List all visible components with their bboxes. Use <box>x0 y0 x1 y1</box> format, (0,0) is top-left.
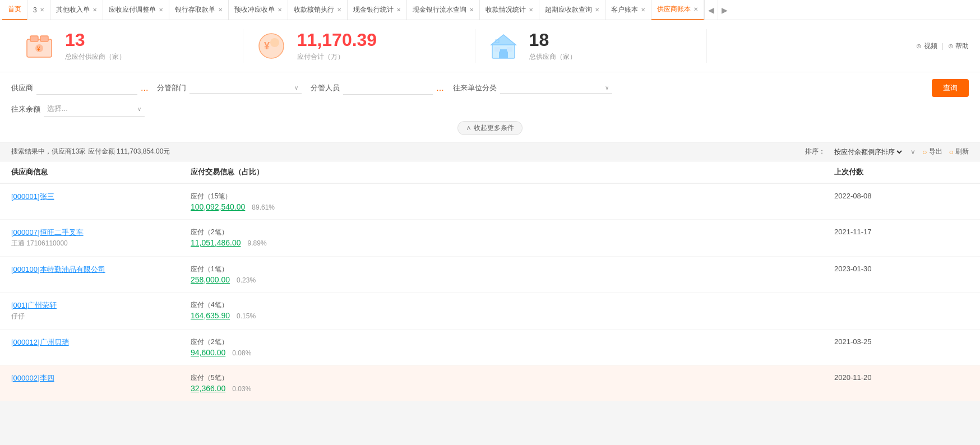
export-button[interactable]: ○ 导出 <box>922 147 942 156</box>
unit-select[interactable]: ∨ <box>500 82 612 94</box>
payable-amount-0[interactable]: 100,092,540.00 <box>191 202 245 211</box>
top-right-links: ⊙ 视频 | ⊙ 帮助 <box>916 41 969 51</box>
close-tab-supplier-book[interactable]: ✕ <box>694 6 698 12</box>
nav-tab-receipt-stat[interactable]: 收款情况统计 ✕ <box>480 0 539 20</box>
payable-label-0: 应付（15笔） <box>191 192 834 201</box>
svg-point-7 <box>270 38 279 47</box>
close-tab-other-income[interactable]: ✕ <box>93 7 97 13</box>
nav-tab-ar-ap-adjust[interactable]: 应收应付调整单 ✕ <box>103 0 169 20</box>
nav-tab-cash-bank-stat[interactable]: 现金银行统计 ✕ <box>348 0 407 20</box>
supplier-link-0[interactable]: [000001]张三 <box>11 192 54 201</box>
sort-arrow-icon: ∨ <box>910 148 916 156</box>
card-content-total-suppliers: 18 总供应商（家） <box>529 30 576 62</box>
payable-amount-1[interactable]: 11,051,486.00 <box>191 238 241 247</box>
svg-rect-12 <box>507 47 512 52</box>
svg-rect-1 <box>30 36 38 41</box>
search-button[interactable]: 查询 <box>932 79 969 97</box>
nav-tab-customer-book[interactable]: 客户账本 ✕ <box>605 0 651 20</box>
balance-select[interactable]: 选择... ∨ <box>44 101 145 117</box>
payable-amount-4[interactable]: 94,600.00 <box>191 348 225 357</box>
total-suppliers-label: 总供应商（家） <box>529 52 576 62</box>
payable-cell-1: 应付（2笔） 11,051,486.00 9.89% <box>191 228 834 247</box>
last-pay-date-0: 2022-08-08 <box>834 192 872 200</box>
close-tab-overdue-ar[interactable]: ✕ <box>595 7 599 13</box>
supplier-link-4[interactable]: [000012]广州贝瑞 <box>11 338 69 346</box>
person-dots-btn[interactable]: ... <box>436 83 443 93</box>
store-card-icon <box>487 29 520 63</box>
supplier-sub-3: 仔仔 <box>11 312 191 321</box>
col-header-lastpay: 上次付数 <box>834 167 946 177</box>
nav-arrow-left[interactable]: ◀ <box>704 0 718 20</box>
close-tab-bank-deposit[interactable]: ✕ <box>218 7 223 13</box>
dept-select[interactable]: ∨ <box>189 82 302 94</box>
payable-row-4: 94,600.00 0.08% <box>191 348 834 357</box>
payable-amount-5[interactable]: 32,366.00 <box>191 384 225 393</box>
supplier-link-3[interactable]: [001]广州荣轩 <box>11 301 57 309</box>
card-content-total-payable: 11,170.39 应付合计（万） <box>297 30 377 62</box>
supplier-input[interactable] <box>36 81 137 95</box>
top-navigation: 首页 3 ✕ 其他收入单 ✕ 应收应付调整单 ✕ 银行存取款单 ✕ 预收冲应收单… <box>0 0 980 20</box>
video-link[interactable]: ⊙ 视频 <box>916 41 937 51</box>
payable-row-5: 32,366.00 0.03% <box>191 384 834 393</box>
svg-point-5 <box>259 34 284 58</box>
supplier-cell-4: [000012]广州贝瑞 <box>11 337 191 349</box>
payable-amount-2[interactable]: 258,000.00 <box>191 275 230 284</box>
summary-card-total-suppliers: 18 总供应商（家） <box>475 29 708 63</box>
payable-percent-3: 0.15% <box>237 312 256 320</box>
table-header: 供应商信息 应付交易信息（占比） 上次付数 <box>0 161 980 184</box>
close-tab-cash-bank-query[interactable]: ✕ <box>469 7 474 13</box>
filter-balance: 往来余额 选择... ∨ <box>11 101 145 117</box>
supplier-label: 供应商 <box>11 83 33 93</box>
nav-tab-other-income[interactable]: 其他收入单 ✕ <box>50 0 103 20</box>
close-tab-cash-bank-stat[interactable]: ✕ <box>396 7 401 13</box>
nav-arrow-right[interactable]: ▶ <box>718 0 731 20</box>
refresh-button[interactable]: ○ 刷新 <box>949 147 969 156</box>
payable-row-2: 258,000.00 0.23% <box>191 275 834 284</box>
result-actions: 排序： 按应付余额倒序排序 ∨ ○ 导出 ○ 刷新 <box>805 147 969 156</box>
close-tab-ar-ap-adjust[interactable]: ✕ <box>159 7 163 13</box>
payable-cell-4: 应付（2笔） 94,600.00 0.08% <box>191 337 834 357</box>
help-link[interactable]: ⊙ 帮助 <box>948 41 969 51</box>
close-tab-3[interactable]: ✕ <box>40 7 44 13</box>
supplier-dots-btn[interactable]: ... <box>141 83 148 93</box>
supplier-link-1[interactable]: [000007]恒旺二手叉车 <box>11 228 84 237</box>
nav-tab-receipt-verify[interactable]: 收款核销执行 ✕ <box>288 0 348 20</box>
payable-label-1: 应付（2笔） <box>191 228 834 237</box>
payable-cell-3: 应付（4笔） 164,635.90 0.15% <box>191 300 834 320</box>
unit-arrow-icon: ∨ <box>605 85 609 91</box>
nav-tab-cash-bank-query[interactable]: 现金银行流水查询 ✕ <box>407 0 480 20</box>
nav-tab-supplier-book[interactable]: 供应商账本 ✕ <box>651 0 704 20</box>
payable-percent-5: 0.03% <box>232 385 251 393</box>
total-payable-label: 应付合计（万） <box>297 52 377 62</box>
close-tab-prepay-ar[interactable]: ✕ <box>278 7 282 13</box>
person-input[interactable] <box>343 81 433 95</box>
nav-tab-bank-deposit[interactable]: 银行存取款单 ✕ <box>169 0 229 20</box>
filter-supplier: 供应商 ... <box>11 81 148 95</box>
col-header-supplier: 供应商信息 <box>11 167 191 177</box>
svg-text:¥: ¥ <box>264 40 270 52</box>
total-payable-number: 11,170.39 <box>297 30 377 50</box>
close-tab-receipt-stat[interactable]: ✕ <box>529 7 533 13</box>
supplier-cell-5: [000002]李四 <box>11 373 191 384</box>
table-row: [001]广州荣轩 仔仔 应付（4笔） 164,635.90 0.15% <box>0 293 980 330</box>
nav-tab-home[interactable]: 首页 <box>2 0 27 20</box>
supplier-link-2[interactable]: [000100]本特勤油品有限公司 <box>11 265 105 274</box>
sort-select[interactable]: 按应付余额倒序排序 <box>832 147 904 156</box>
person-label: 分管人员 <box>311 83 340 93</box>
supplier-sub-1: 王通 17106110000 <box>11 239 191 248</box>
nav-tab-3[interactable]: 3 ✕ <box>27 0 50 20</box>
filter-row-2: 往来余额 选择... ∨ <box>11 101 969 117</box>
balance-placeholder: 选择... <box>47 104 68 114</box>
svg-rect-10 <box>499 49 508 58</box>
payable-percent-2: 0.23% <box>237 276 256 284</box>
payable-amount-3[interactable]: 164,635.90 <box>191 311 230 320</box>
supplier-link-5[interactable]: [000002]李四 <box>11 374 54 382</box>
collapse-button[interactable]: ∧ 收起更多条件 <box>457 121 522 135</box>
payable-row-1: 11,051,486.00 9.89% <box>191 238 834 247</box>
close-tab-customer-book[interactable]: ✕ <box>641 7 645 13</box>
col-header-extra <box>946 167 969 177</box>
supplier-cell-3: [001]广州荣轩 仔仔 <box>11 300 191 321</box>
nav-tab-overdue-ar[interactable]: 超期应收款查询 ✕ <box>539 0 605 20</box>
close-tab-receipt-verify[interactable]: ✕ <box>337 7 341 13</box>
nav-tab-prepay-ar[interactable]: 预收冲应收单 ✕ <box>229 0 288 20</box>
